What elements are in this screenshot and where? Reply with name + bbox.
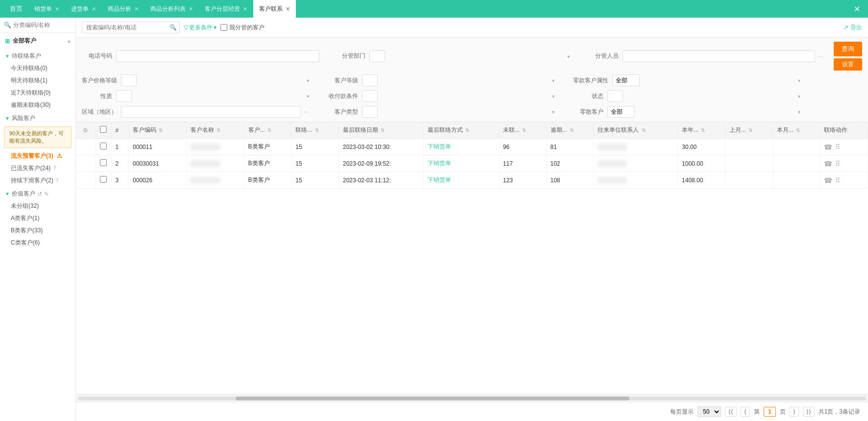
status-select[interactable] [607,90,623,102]
zero-retail-select[interactable]: 全部 [607,106,635,118]
settings-gear-icon[interactable]: ⚙ [83,127,88,134]
per-page-select[interactable]: 50 [698,406,721,417]
search-input[interactable] [82,22,180,33]
sidebar-group-pending-contact[interactable]: ▼ 待联络客户 [0,49,75,62]
sidebar-item-class-c[interactable]: C类客户(6) [0,237,75,249]
sidebar-item-today[interactable]: 今天待联络(0) [0,62,75,74]
col-this-year[interactable]: 本年... ⇅ [678,122,725,139]
col-last-contact-method[interactable]: 最后联络方式 ⇅ [423,122,499,139]
col-overdue[interactable]: 逾期... ⇅ [546,122,594,139]
row-last-contact-method[interactable]: 下销货单 [423,139,499,155]
scrollbar-thumb[interactable] [236,396,630,400]
region-more-icon[interactable]: ··· [301,108,312,115]
sidebar-item-class-b[interactable]: B类客户(33) [0,224,75,237]
more-conditions-button[interactable]: ▽ 更多条件 ▾ [184,24,217,32]
close-product-analysis-tab[interactable]: ✕ [134,6,139,12]
col-unit-contact[interactable]: 往来单位联系人 ⇅ [594,122,678,139]
contact-method-link[interactable]: 下销货单 [428,176,451,183]
sidebar-group-value-customers[interactable]: ▼ 价值客户 ↺ ✎ [0,187,75,200]
last-page-button[interactable]: ⟩⟩ [803,407,815,417]
edit-icon[interactable]: ✎ [44,191,49,198]
sidebar-item-7days[interactable]: 近7天待联络(0) [0,87,75,99]
phone-input[interactable] [116,50,319,62]
first-page-button[interactable]: ⟨⟨ [725,407,737,417]
row-settings [76,172,96,189]
col-this-month[interactable]: 本月... ⇅ [772,122,820,139]
manager-more-icon[interactable]: ··· [815,53,826,60]
col-customer-type[interactable]: 客户... ⇅ [244,122,291,139]
close-all-button[interactable]: ✕ [850,4,864,14]
my-customers-checkbox[interactable] [220,24,227,31]
region-input[interactable] [121,106,301,118]
close-customer-tier-tab[interactable]: ✕ [243,6,247,12]
row-checkbox-input[interactable] [100,159,107,166]
contact-method-link[interactable]: 下销货单 [428,160,451,167]
tab-customer-contact[interactable]: 客户联系 ✕ [253,0,296,18]
action-phone-icon[interactable]: ☎ [824,160,832,168]
row-last-contact-method[interactable]: 下销货单 [423,155,499,172]
query-button[interactable]: 查询 [834,42,862,56]
sidebar-item-churned[interactable]: 已流失客户(24) ? [0,162,75,174]
customer-type-select[interactable] [362,106,378,118]
col-contact[interactable]: 联络... ⇅ [291,122,339,139]
sidebar-item-overdue[interactable]: 逾期未联络(30) [0,99,75,111]
row-checkbox[interactable] [96,155,111,172]
department-select[interactable] [369,50,385,62]
sidebar-item-tomorrow[interactable]: 明天待联络(1) [0,74,75,87]
col-customer-code[interactable]: 客户编码 ⇅ [129,122,187,139]
col-settings[interactable]: ⚙ [76,122,96,139]
row-checkbox[interactable] [96,139,111,155]
row-checkbox-input[interactable] [100,176,107,183]
sidebar-search-input[interactable] [13,22,76,28]
tab-product-analysis-list[interactable]: 商品分析列表 ✕ [145,0,199,18]
col-no-contact[interactable]: 未联... ⇅ [499,122,546,139]
contact-method-link[interactable]: 下销货单 [428,143,451,150]
settings-button[interactable]: 设置 [834,58,862,71]
close-customer-contact-tab[interactable]: ✕ [286,6,290,12]
main-layout: 🔍 ⊞ 全部客户 « ▼ 待联络客户 今天待联络(0) 明天待联络(1) 近7天… [0,18,868,421]
search-button-icon[interactable]: 🔍 [169,24,177,31]
col-last-month[interactable]: 上月... ⇅ [725,122,772,139]
close-product-analysis-list-tab[interactable]: ✕ [189,6,193,12]
refresh-icon[interactable]: ↺ [37,191,42,198]
tab-customer-tier[interactable]: 客户分层经营 ✕ [199,0,253,18]
manager-input[interactable] [623,50,815,62]
customer-type-select-wrapper [362,106,558,118]
row-checkbox[interactable] [96,172,111,189]
close-sales-order-tab[interactable]: ✕ [55,6,59,12]
action-phone-icon[interactable]: ☎ [824,143,832,151]
tab-sales-order[interactable]: 销货单 ✕ [28,0,65,18]
sidebar-group-risk-customers[interactable]: ▼ 风险客户 [0,111,75,124]
zero-retail-attr-select[interactable]: 全部 [612,74,640,86]
action-more-icon[interactable]: ⠿ [835,176,840,184]
col-last-contact-date[interactable]: 最后联络日期 ⇅ [339,122,424,139]
row-action: ☎ ⠿ [820,155,868,172]
all-customers-header[interactable]: ⊞ 全部客户 « [0,33,75,49]
price-level-select[interactable] [121,74,137,86]
payment-terms-select[interactable] [362,90,378,102]
action-more-icon[interactable]: ⠿ [835,143,840,151]
export-icon: ↗ [844,24,848,31]
customer-level-select[interactable] [362,74,378,86]
tab-purchase-order[interactable]: 进货单 ✕ [65,0,102,18]
row-checkbox-input[interactable] [100,143,107,149]
action-more-icon[interactable]: ⠿ [835,160,840,168]
sidebar-item-class-a[interactable]: A类客户(1) [0,212,75,224]
sidebar-item-declining[interactable]: 持续下滑客户(2) ? [0,174,75,187]
sidebar-item-churn-warning[interactable]: 流失预警客户(3) ⚠ [0,150,75,162]
select-all-checkbox[interactable] [100,126,107,133]
close-purchase-order-tab[interactable]: ✕ [92,6,96,12]
prev-page-button[interactable]: ⟨ [741,407,750,417]
row-last-contact-method[interactable]: 下销货单 [423,172,499,189]
home-tab[interactable]: 首页 [4,0,28,18]
next-page-button[interactable]: ⟩ [790,407,799,417]
sidebar-item-unclassified[interactable]: 未分组(32) [0,200,75,212]
row-type: B类客户 [244,139,291,155]
col-customer-name[interactable]: 客户名称 ⇅ [186,122,244,139]
action-phone-icon[interactable]: ☎ [824,176,832,184]
export-button[interactable]: ↗ 导出 [844,24,862,32]
my-customers-checkbox-label[interactable]: 我分管的客户 [220,24,265,32]
nature-select[interactable] [116,90,132,102]
horizontal-scrollbar[interactable] [76,394,868,402]
tab-product-analysis[interactable]: 商品分析 ✕ [102,0,145,18]
